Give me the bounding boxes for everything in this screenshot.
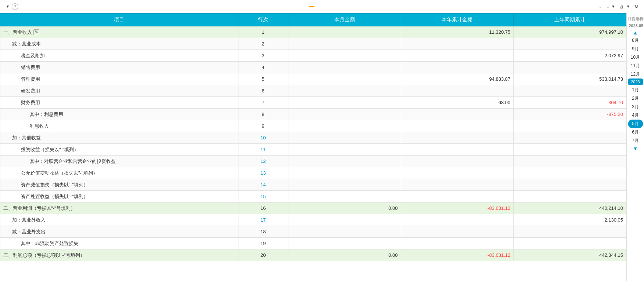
print-button[interactable]: 🖨 ▼ [619, 4, 630, 9]
sidebar-month-1[interactable]: 1月 [628, 86, 643, 94]
cell-item: 减：营业外支出 [0, 226, 238, 238]
cell-item: 销售费用 [0, 62, 238, 73]
cell-prior [514, 156, 626, 167]
col-header-row: 行次 [238, 14, 288, 26]
refresh-button[interactable]: ↻ [634, 4, 640, 9]
item-label: 二、营业利润（亏损以"-"号填列） [3, 205, 75, 211]
cell-item: 投资收益（损失以"-"填列） [0, 144, 238, 156]
table-row: 税金及附加32,072.97 [0, 50, 626, 62]
cell-prior [514, 38, 626, 50]
print-dropdown-icon: ▼ [626, 4, 630, 8]
cell-prior [514, 62, 626, 73]
sidebar-month-3[interactable]: 3月 [628, 103, 643, 111]
cell-ytd [401, 120, 514, 132]
cell-prior: 974,997.10 [514, 26, 626, 38]
table-row: 资产处置收益（损失以"-"填列）15 [0, 191, 626, 202]
cell-current-month: 0.00 [288, 249, 401, 261]
cell-current-month [288, 167, 401, 179]
table-row: 销售费用4 [0, 62, 626, 73]
item-label: 公允价值变动收益（损失以"-"填列） [3, 170, 98, 176]
cell-current-month [288, 73, 401, 85]
col-header-prior: 上年同期累计 [514, 14, 626, 26]
sidebar-up-arrow[interactable]: ▲ [630, 29, 641, 36]
cell-ytd [401, 238, 514, 249]
sidebar-month-7[interactable]: 7月 [628, 136, 643, 145]
item-label: 减：营业成本 [3, 41, 41, 47]
table-row: 资产减值损失（损失以"-"填列）14 [0, 179, 626, 191]
cell-ytd [401, 191, 514, 202]
item-label: 加：营业外收入 [3, 217, 46, 223]
cell-item: 加：其他收益 [0, 132, 238, 144]
cell-row-num[interactable]: 10 [238, 132, 288, 144]
cell-row-num[interactable]: 13 [238, 167, 288, 179]
sidebar-down-arrow[interactable]: ▼ [630, 145, 641, 152]
item-label: 销售费用 [3, 65, 40, 70]
cell-ytd: 68.00 [401, 97, 514, 109]
sidebar-month-9[interactable]: 9月 [628, 45, 643, 53]
download-dropdown-icon: ▼ [611, 4, 615, 8]
cell-current-month [288, 120, 401, 132]
sidebar-month-11[interactable]: 11月 [628, 62, 643, 70]
cell-ytd: -83,631.12 [401, 202, 514, 214]
table-row: 减：营业成本2 [0, 38, 626, 50]
back-button[interactable]: ↓ [599, 4, 602, 9]
top-bar-left: ▼ ? [4, 3, 18, 10]
cell-item: 一、营业收入✎ [0, 26, 238, 38]
cell-ytd [401, 226, 514, 238]
top-bar-center [303, 6, 314, 7]
cell-row-num[interactable]: 12 [238, 156, 288, 167]
item-label: 三、利润总额（亏损总额以"-"号填列） [3, 252, 85, 258]
table-row: 公允价值变动收益（损失以"-"填列）13 [0, 167, 626, 179]
cell-item: 管理费用 [0, 73, 238, 85]
cell-item: 财务费用 [0, 97, 238, 109]
cell-current-month [288, 109, 401, 120]
cell-ytd [401, 62, 514, 73]
table-row: 财务费用768.00-304.70 [0, 97, 626, 109]
cell-item: 资产减值损失（损失以"-"填列） [0, 179, 238, 191]
help-icon[interactable]: ? [12, 3, 18, 10]
cell-ytd [401, 156, 514, 167]
sidebar-month-8[interactable]: 8月 [628, 36, 643, 45]
cell-ytd: 94,883.87 [401, 73, 514, 85]
cell-row-num: 6 [238, 85, 288, 97]
table-row: 一、营业收入✎111,320.75974,997.10 [0, 26, 626, 38]
cell-prior [514, 132, 626, 144]
cell-item: 二、营业利润（亏损以"-"号填列） [0, 202, 238, 214]
sidebar-months: 月份选择 2023.05 ▲ 8月 9月 10月 11月 12月 2023 1月… [626, 13, 644, 281]
table-area: 项目 行次 本月金额 本年累计金额 上年同期累计 一、营业收入✎111,320.… [0, 13, 626, 281]
col-header-current: 本月金额 [288, 14, 401, 26]
item-label: 其中：对联营企业和合营企业的投资收益 [3, 158, 116, 164]
table-row: 二、营业利润（亏损以"-"号填列）160.00-83,631.12440,214… [0, 202, 626, 214]
sidebar-month-2[interactable]: 2月 [628, 94, 643, 103]
cell-item: 利息收入 [0, 120, 238, 132]
cell-row-num[interactable]: 17 [238, 214, 288, 226]
cell-current-month: 0.00 [288, 202, 401, 214]
table-row: 其中：对联营企业和合营企业的投资收益12 [0, 156, 626, 167]
cell-current-month [288, 238, 401, 249]
cell-item: 其中：利息费用 [0, 109, 238, 120]
cell-row-num[interactable]: 14 [238, 179, 288, 191]
cell-current-month [288, 50, 401, 62]
item-label: 管理费用 [3, 76, 40, 82]
cell-row-num: 8 [238, 109, 288, 120]
sidebar-month-10[interactable]: 10月 [628, 53, 643, 62]
sidebar-month-4[interactable]: 4月 [628, 111, 643, 120]
sidebar-month-5-active[interactable]: 5月 [628, 120, 643, 128]
cell-row-num: 19 [238, 238, 288, 249]
cell-ytd: 11,320.75 [401, 26, 514, 38]
cell-current-month [288, 156, 401, 167]
cell-row-num[interactable]: 11 [238, 144, 288, 156]
cell-current-month [288, 38, 401, 50]
cell-prior: -875.20 [514, 109, 626, 120]
scope-selector[interactable]: ▼ [4, 4, 10, 8]
cell-row-num: 2 [238, 38, 288, 50]
sidebar-month-6[interactable]: 6月 [628, 128, 643, 136]
cell-prior [514, 191, 626, 202]
item-label: 其中：非流动资产处置损失 [3, 241, 78, 246]
cell-ytd [401, 179, 514, 191]
cell-current-month [288, 214, 401, 226]
sidebar-month-12[interactable]: 12月 [628, 70, 643, 79]
cell-row-num[interactable]: 15 [238, 191, 288, 202]
download-button[interactable]: ↓ ▼ [607, 4, 615, 9]
edit-icon[interactable]: ✎ [33, 29, 39, 35]
